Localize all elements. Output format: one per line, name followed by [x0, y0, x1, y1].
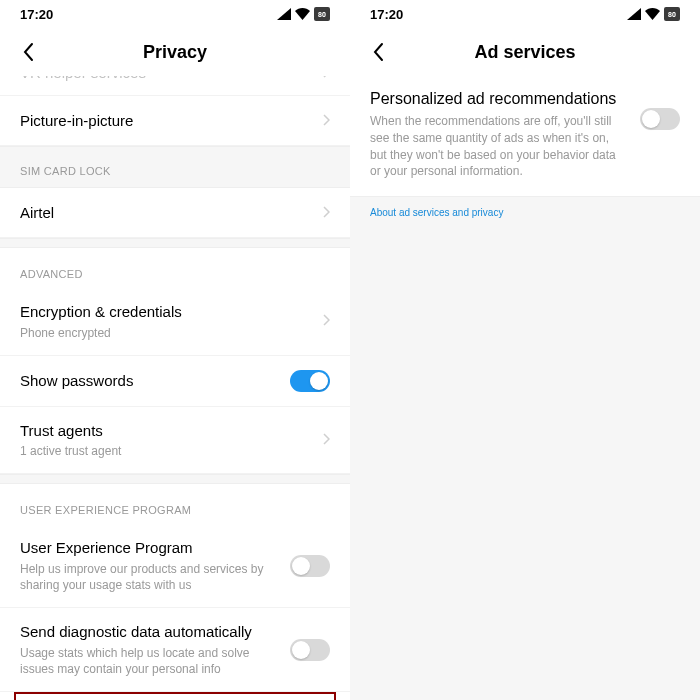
status-time: 17:20 [20, 7, 53, 22]
status-icons: 80 [277, 7, 330, 21]
page-title: Ad services [366, 42, 684, 63]
page-title: Privacy [16, 42, 334, 63]
back-button[interactable] [366, 40, 390, 64]
privacy-screen: 17:20 80 Privacy VR helper services Pict… [0, 0, 350, 700]
section-sim-card-lock: SIM CARD LOCK [0, 146, 350, 188]
list-subtext: Phone encrypted [20, 325, 310, 341]
battery-icon: 80 [664, 7, 680, 21]
list-label: VR helper services [20, 76, 146, 81]
title-bar: Privacy [0, 28, 350, 76]
list-subtext: 1 active trust agent [20, 443, 310, 459]
wifi-icon [645, 8, 660, 20]
chevron-right-icon [322, 204, 330, 222]
highlight-ad-services: Ad services [14, 692, 336, 700]
uep-toggle[interactable] [290, 555, 330, 577]
list-label: Encryption & credentials [20, 302, 310, 322]
diag-toggle[interactable] [290, 639, 330, 661]
about-link[interactable]: About ad services and privacy [350, 197, 700, 228]
personalized-ads-toggle[interactable] [640, 108, 680, 130]
list-label: Send diagnostic data automatically [20, 622, 278, 642]
privacy-content: VR helper services Picture-in-picture SI… [0, 76, 350, 700]
airtel-row[interactable]: Airtel [0, 188, 350, 238]
vr-helper-row[interactable]: VR helper services [0, 76, 350, 96]
title-bar: Ad services [350, 28, 700, 76]
uep-row[interactable]: User Experience Program Help us improve … [0, 524, 350, 608]
diagnostic-row[interactable]: Send diagnostic data automatically Usage… [0, 608, 350, 692]
trust-agents-row[interactable]: Trust agents 1 active trust agent [0, 407, 350, 475]
list-subtext: Usage stats which help us locate and sol… [20, 645, 278, 677]
ad-services-screen: 17:20 80 Ad services Personalized ad rec… [350, 0, 700, 700]
list-label: Trust agents [20, 421, 310, 441]
list-subtext: Help us improve our products and service… [20, 561, 278, 593]
personalized-ads-row[interactable]: Personalized ad recommendations When the… [350, 76, 700, 197]
list-label: User Experience Program [20, 538, 278, 558]
chevron-right-icon [322, 76, 330, 81]
section-gap [0, 238, 350, 248]
status-bar: 17:20 80 [0, 0, 350, 28]
list-label: Picture-in-picture [20, 111, 310, 131]
show-passwords-row[interactable]: Show passwords [0, 356, 350, 407]
status-icons: 80 [627, 7, 680, 21]
back-button[interactable] [16, 40, 40, 64]
section-uep: USER EXPERIENCE PROGRAM [0, 484, 350, 524]
signal-icon [277, 8, 291, 20]
picture-in-picture-row[interactable]: Picture-in-picture [0, 96, 350, 146]
chevron-right-icon [322, 112, 330, 130]
setting-title: Personalized ad recommendations [370, 90, 628, 108]
setting-desc: When the recommendations are off, you'll… [370, 113, 628, 180]
chevron-right-icon [322, 312, 330, 330]
list-label: Airtel [20, 203, 310, 223]
ad-services-row[interactable]: Ad services [16, 694, 334, 700]
list-label: Show passwords [20, 371, 278, 391]
section-gap [0, 474, 350, 484]
status-bar: 17:20 80 [350, 0, 700, 28]
status-time: 17:20 [370, 7, 403, 22]
section-advanced: ADVANCED [0, 248, 350, 288]
chevron-right-icon [322, 431, 330, 449]
signal-icon [627, 8, 641, 20]
empty-area [350, 228, 700, 700]
show-passwords-toggle[interactable] [290, 370, 330, 392]
wifi-icon [295, 8, 310, 20]
encryption-row[interactable]: Encryption & credentials Phone encrypted [0, 288, 350, 356]
battery-icon: 80 [314, 7, 330, 21]
